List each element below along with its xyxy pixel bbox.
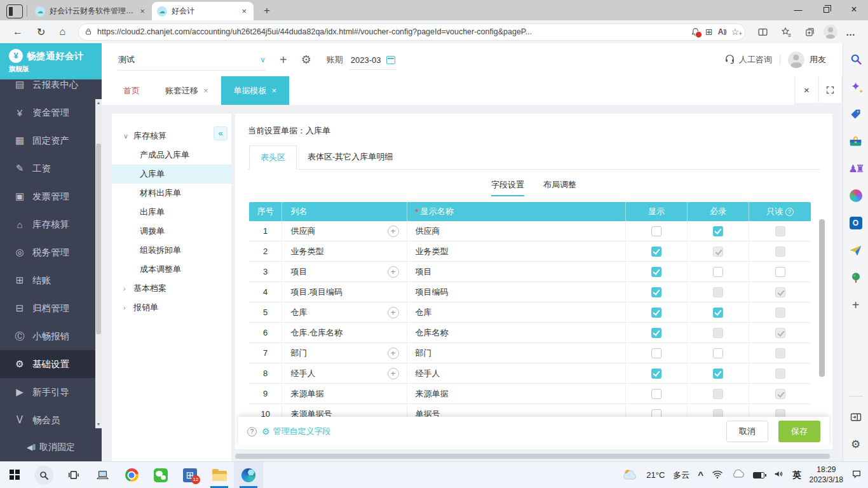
- tree-node[interactable]: 入库单: [112, 165, 231, 184]
- help-icon[interactable]: ?: [785, 208, 794, 216]
- taskbar-chrome-icon[interactable]: [117, 462, 146, 488]
- tab-close-icon[interactable]: ×: [138, 6, 147, 16]
- tree-node[interactable]: 组装拆卸单: [112, 241, 231, 260]
- readonly-checkbox[interactable]: [775, 267, 785, 277]
- back-icon[interactable]: ←: [8, 25, 28, 39]
- chevron-right-icon[interactable]: ›: [123, 304, 130, 311]
- outlook-icon[interactable]: O: [849, 216, 863, 230]
- tree-node[interactable]: 产成品入库单: [112, 146, 231, 165]
- sidebar-item-guide[interactable]: ▶新手引导: [0, 378, 102, 406]
- required-checkbox[interactable]: [713, 267, 723, 277]
- weather-icon[interactable]: [622, 468, 638, 482]
- sidebar-item-closing[interactable]: ⊞结账: [0, 266, 102, 294]
- panel-icon[interactable]: [849, 410, 863, 424]
- chevron-right-icon[interactable]: ›: [123, 285, 130, 292]
- favorites-icon[interactable]: [776, 25, 796, 39]
- sidebar-item-reimburse[interactable]: Ⓒ小畅报销: [0, 322, 102, 350]
- browser-tab[interactable]: ☁好会计×: [152, 2, 254, 20]
- sidebar-item-invoice[interactable]: ▣发票管理: [0, 182, 102, 210]
- sidebar-item-funds[interactable]: ¥资金管理: [0, 98, 102, 126]
- account-select[interactable]: 测试 ∨: [118, 54, 266, 71]
- table-scrollbar-thumb[interactable]: [819, 219, 825, 377]
- vertical-tabs-icon[interactable]: [6, 4, 23, 18]
- read-aloud-icon[interactable]: A: [718, 27, 726, 36]
- show-checkbox[interactable]: [651, 287, 661, 297]
- chevron-down-icon[interactable]: ∨: [123, 132, 130, 140]
- games-icon[interactable]: ♟♜: [849, 161, 863, 175]
- sidebar-item-member[interactable]: Ⅴ畅会员: [0, 406, 102, 433]
- search-icon[interactable]: [849, 52, 863, 66]
- cell-display-name[interactable]: 仓库名称: [407, 323, 627, 342]
- onedrive-icon[interactable]: [731, 470, 745, 480]
- page-tab[interactable]: 首页: [111, 76, 153, 105]
- browser-tab[interactable]: ☁好会计云财务软件管理系统_会计×: [30, 2, 152, 20]
- show-checkbox[interactable]: [651, 247, 661, 257]
- add-field-icon[interactable]: +: [388, 368, 399, 379]
- scroll-down-icon[interactable]: ▼: [97, 421, 101, 428]
- copilot-icon[interactable]: ✦: [849, 79, 863, 93]
- cell-display-name[interactable]: 部门: [407, 343, 627, 363]
- notification-center-icon[interactable]: [851, 469, 862, 481]
- required-checkbox[interactable]: [713, 226, 723, 236]
- wifi-icon[interactable]: [712, 470, 723, 481]
- more-menu-icon[interactable]: …: [841, 25, 860, 39]
- show-checkbox[interactable]: [651, 348, 661, 358]
- taskbar-edge-icon[interactable]: [234, 462, 263, 488]
- cell-display-name[interactable]: 仓库: [407, 302, 627, 322]
- drop-icon[interactable]: [849, 243, 863, 257]
- support-link[interactable]: 人工咨询: [724, 53, 772, 66]
- shopping-icon[interactable]: [849, 107, 863, 121]
- tab-close-icon[interactable]: ×: [240, 6, 248, 16]
- add-icon[interactable]: +: [849, 298, 863, 312]
- sidebar-item-archive[interactable]: ⊟归档管理: [0, 294, 102, 322]
- cancel-button[interactable]: 取消: [726, 421, 768, 442]
- collapse-tree-button[interactable]: «: [214, 126, 227, 140]
- required-checkbox[interactable]: [713, 369, 723, 379]
- show-checkbox[interactable]: [651, 226, 661, 236]
- horizontal-scrollbar-thumb[interactable]: [235, 454, 830, 459]
- manage-custom-fields-link[interactable]: 管理自定义字段: [273, 426, 331, 437]
- sidebar-item-cloud-reports[interactable]: ▤云报表中心: [0, 79, 102, 98]
- tree-node[interactable]: ›报销单: [112, 298, 231, 317]
- show-checkbox[interactable]: [651, 389, 661, 399]
- notifications-blocked-icon[interactable]: [691, 27, 700, 37]
- tab-close-icon[interactable]: ×: [272, 86, 277, 95]
- split-screen-icon[interactable]: [753, 25, 773, 39]
- restore-button[interactable]: [812, 0, 840, 19]
- collections-icon[interactable]: [800, 25, 820, 39]
- sidebar-item-settings[interactable]: ⚙基础设置: [0, 350, 102, 378]
- close-page-button[interactable]: ×: [796, 76, 818, 103]
- settings-icon[interactable]: ⚙: [849, 437, 863, 451]
- cell-display-name[interactable]: 业务类型: [407, 241, 627, 261]
- volume-icon[interactable]: [773, 469, 784, 481]
- tree-node[interactable]: 成本调整单: [112, 260, 231, 279]
- show-checkbox[interactable]: [651, 267, 661, 277]
- add-field-icon[interactable]: +: [388, 266, 399, 278]
- sidebar-scrollbar[interactable]: ▲ ▼: [95, 99, 102, 428]
- area-tab[interactable]: 表头区: [249, 146, 297, 170]
- sidebar-item-salary[interactable]: ✎工资: [0, 154, 102, 182]
- setting-tab[interactable]: 布局调整: [543, 179, 576, 196]
- add-field-icon[interactable]: +: [388, 226, 399, 237]
- tree-node[interactable]: ›基本档案: [112, 279, 231, 298]
- help-icon[interactable]: ?: [247, 427, 257, 437]
- period-field[interactable]: 2023-03: [349, 55, 397, 70]
- toolbox-icon[interactable]: [849, 134, 863, 148]
- refresh-icon[interactable]: ↻: [32, 25, 50, 39]
- sidebar-item-tax[interactable]: ◎税务管理: [0, 238, 102, 266]
- cell-display-name[interactable]: 项目编码: [407, 282, 627, 302]
- tree-node[interactable]: 材料出库单: [112, 184, 231, 203]
- add-field-icon[interactable]: +: [388, 348, 399, 359]
- clock[interactable]: 18:29 2023/3/18: [810, 465, 843, 485]
- taskbar-wechat-icon[interactable]: [146, 462, 175, 488]
- sidebar-item-fixed-assets[interactable]: ▦固定资产: [0, 126, 102, 154]
- user-menu[interactable]: 用友: [788, 51, 826, 68]
- grow-icon[interactable]: [849, 271, 863, 285]
- minimize-button[interactable]: —: [784, 0, 812, 19]
- show-checkbox[interactable]: [651, 369, 661, 379]
- cell-display-name[interactable]: 来源单据: [407, 384, 627, 403]
- show-checkbox[interactable]: [651, 328, 661, 338]
- cell-display-name[interactable]: 项目: [407, 262, 627, 281]
- tab-close-icon[interactable]: ×: [203, 86, 208, 95]
- page-tab[interactable]: 单据模板×: [221, 76, 290, 105]
